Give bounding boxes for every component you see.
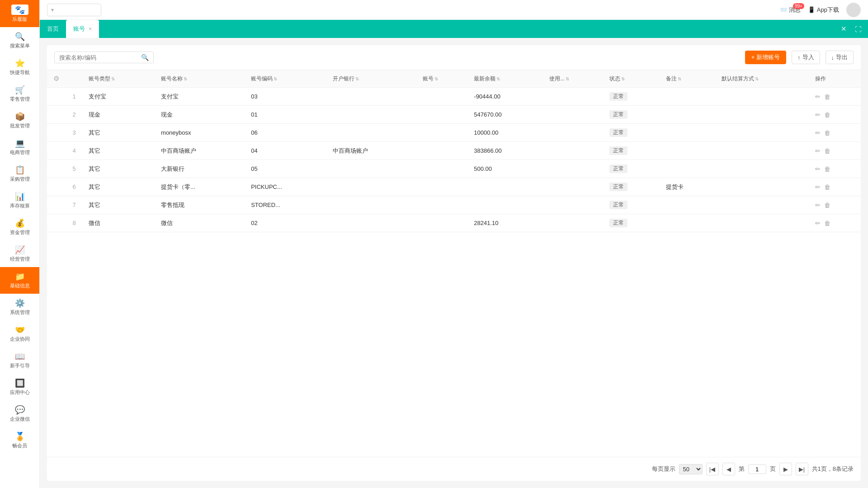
sidebar-item-finance-mgmt[interactable]: 💰 资金管理 [0, 214, 39, 240]
col-status[interactable]: 状态⇅ [604, 70, 660, 88]
table-row: 1 支付宝 支付宝 03 -90444.00 正常 ✏ 🗑 [47, 88, 861, 106]
first-page-btn[interactable]: |◀ [706, 463, 719, 475]
table-row: 3 其它 moneybosx 06 10000.00 正常 ✏ 🗑 [47, 124, 861, 142]
sidebar-item-quick-nav[interactable]: ⭐ 快捷导航 [0, 54, 39, 80]
table-row: 2 现金 现金 01 547670.00 正常 ✏ 🗑 [47, 106, 861, 124]
sidebar-item-system-mgmt[interactable]: ⚙️ 系统管理 [0, 294, 39, 320]
topbar-dropdown-icon[interactable]: ▾ [51, 7, 54, 13]
tab-account[interactable]: 账号 × [66, 20, 99, 38]
col-default-settlement[interactable]: 默认结算方式⇅ [716, 70, 810, 88]
edit-icon[interactable]: ✏ [815, 202, 821, 209]
row-gear-cell [47, 142, 65, 160]
sidebar-item-label: 新手引导 [10, 362, 30, 369]
topbar-message[interactable]: 📨 消息 99+ [780, 6, 801, 14]
sidebar-item-label: 电商管理 [10, 149, 30, 156]
app-center-icon: 🔲 [15, 378, 25, 388]
delete-icon[interactable]: 🗑 [824, 165, 830, 173]
delete-icon[interactable]: 🗑 [824, 183, 830, 191]
col-remark[interactable]: 备注⇅ [660, 70, 716, 88]
quick-nav-icon: ⭐ [15, 58, 25, 68]
tabbar-close-all-btn[interactable]: ✕ [837, 23, 850, 35]
sidebar-item-label: 企业微信 [10, 416, 30, 422]
edit-icon[interactable]: ✏ [815, 93, 821, 100]
delete-icon[interactable]: 🗑 [824, 220, 830, 227]
tabbar-fullscreen-btn[interactable]: ⛶ [852, 23, 864, 35]
last-page-btn[interactable]: ▶| [796, 463, 808, 475]
table-row: 5 其它 大新银行 05 500.00 正常 ✏ 🗑 [47, 160, 861, 178]
edit-icon[interactable]: ✏ [815, 183, 821, 191]
user-avatar[interactable] [846, 3, 861, 17]
sidebar-item-wholesale-mgmt[interactable]: 📦 批发管理 [0, 107, 39, 134]
add-account-button[interactable]: + 新增账号 [745, 51, 786, 64]
delete-icon[interactable]: 🗑 [824, 111, 830, 118]
row-status: 正常 [604, 160, 660, 178]
delete-icon[interactable]: 🗑 [824, 147, 830, 155]
page-size-label: 每页显示 [652, 465, 675, 473]
col-usage[interactable]: 使用...⇅ [544, 70, 604, 88]
sidebar-item-label: 快捷导航 [10, 69, 30, 76]
row-bank [327, 196, 417, 214]
row-bank [327, 88, 417, 106]
edit-icon[interactable]: ✏ [815, 147, 821, 155]
col-account-name[interactable]: 账号名称⇅ [156, 70, 245, 88]
topbar-search-box[interactable]: ▾ [47, 4, 101, 16]
export-button[interactable]: ↓ 导出 [826, 51, 854, 64]
inventory-check-icon: 📊 [15, 192, 25, 202]
sidebar-item-business-mgmt[interactable]: 📈 经营管理 [0, 240, 39, 267]
sidebar-item-retail-mgmt[interactable]: 🛒 零售管理 [0, 80, 39, 107]
edit-icon[interactable]: ✏ [815, 129, 821, 136]
sidebar-item-ecommerce-mgmt[interactable]: 💻 电商管理 [0, 134, 39, 160]
col-account-no[interactable]: 账号⇅ [417, 70, 468, 88]
sidebar-item-label: 企业协同 [10, 336, 30, 343]
tab-home[interactable]: 首页 [40, 20, 66, 38]
delete-icon[interactable]: 🗑 [824, 93, 830, 100]
sidebar-item-search-menu[interactable]: 🔍 搜索菜单 [0, 27, 39, 54]
sidebar-item-inventory-check[interactable]: 📊 库存核算 [0, 187, 39, 214]
sidebar: 🐾 乐履版 🔍 搜索菜单 ⭐ 快捷导航 🛒 零售管理 📦 批发管理 💻 电商管理… [0, 0, 40, 488]
row-default-settlement [716, 106, 810, 124]
topbar-app-download[interactable]: 📱 App下载 [808, 6, 839, 14]
sidebar-item-label: 批发管理 [10, 122, 30, 129]
sidebar-item-enterprise-wechat[interactable]: 💬 企业微信 [0, 400, 39, 427]
member-club-icon: 🏅 [15, 432, 25, 441]
col-latest-balance[interactable]: 最新余额⇅ [468, 70, 544, 88]
import-button[interactable]: ↑ 导入 [792, 51, 820, 64]
prev-page-btn[interactable]: ◀ [722, 463, 735, 475]
row-operation: ✏ 🗑 [810, 160, 861, 178]
sidebar-item-newbie-guide[interactable]: 📖 新手引导 [0, 347, 39, 374]
sidebar-item-enterprise-agreement[interactable]: 🤝 企业协同 [0, 320, 39, 347]
sidebar-item-label: 畅会员 [12, 442, 27, 449]
sidebar-item-app-center[interactable]: 🔲 应用中心 [0, 374, 39, 400]
row-account-code: PICKUPC... [245, 178, 327, 196]
row-usage [544, 124, 604, 142]
sidebar-item-basic-info[interactable]: 📁 基础信息 [0, 267, 39, 294]
row-latest-balance [468, 196, 544, 214]
row-remark [660, 196, 716, 214]
page-size-select[interactable]: 50 100 200 [679, 464, 703, 474]
search-box[interactable]: 🔍 [54, 52, 154, 63]
row-account-no [417, 196, 468, 214]
total-info: 共1页，8条记录 [812, 465, 854, 473]
column-settings-icon[interactable]: ⚙ [53, 75, 59, 82]
sidebar-item-member-club[interactable]: 🏅 畅会员 [0, 427, 39, 454]
page-input[interactable] [748, 465, 766, 474]
col-account-code[interactable]: 账号编码⇅ [245, 70, 327, 88]
next-page-btn[interactable]: ▶ [779, 463, 792, 475]
edit-icon[interactable]: ✏ [815, 111, 821, 118]
enterprise-wechat-icon: 💬 [15, 405, 25, 415]
row-account-code: 06 [245, 124, 327, 142]
delete-icon[interactable]: 🗑 [824, 129, 830, 136]
sidebar-item-label: 采购管理 [10, 176, 30, 183]
sidebar-item-purchase-mgmt[interactable]: 📋 采购管理 [0, 160, 39, 187]
edit-icon[interactable]: ✏ [815, 220, 821, 227]
tab-close-icon[interactable]: × [89, 26, 92, 32]
search-input[interactable] [59, 54, 138, 61]
row-num: 2 [65, 106, 83, 124]
edit-icon[interactable]: ✏ [815, 165, 821, 173]
export-label: 导出 [836, 53, 848, 61]
col-bank[interactable]: 开户银行⇅ [327, 70, 417, 88]
delete-icon[interactable]: 🗑 [824, 202, 830, 209]
row-usage [544, 178, 604, 196]
col-account-type[interactable]: 账号类型⇅ [83, 70, 156, 88]
accounts-table: ⚙ 账号类型⇅ 账号名称⇅ 账号编码⇅ 开户银行⇅ 账号⇅ 最新余额⇅ 使用..… [47, 70, 861, 232]
